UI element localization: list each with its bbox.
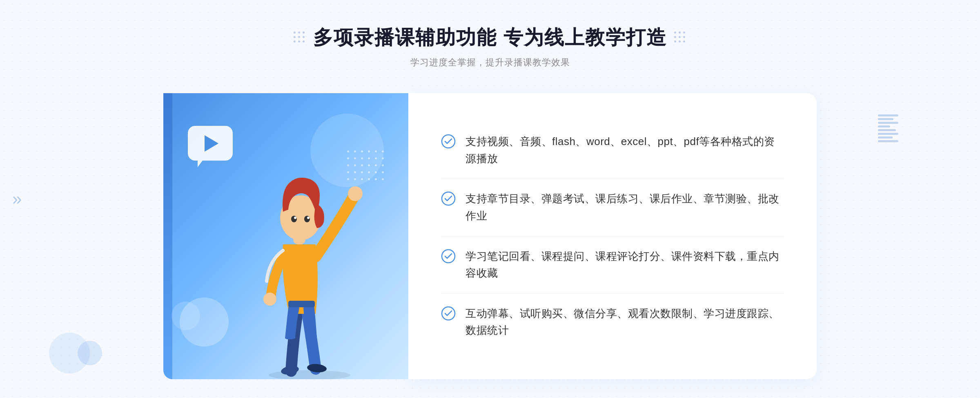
title-row: 多项录播课辅助功能 专为线上教学打造 (294, 25, 686, 51)
main-title: 多项录播课辅助功能 专为线上教学打造 (313, 25, 666, 51)
svg-point-9 (294, 217, 296, 219)
play-icon (205, 135, 218, 152)
feature-item-1: 支持视频、音频、flash、word、excel、ppt、pdf等各种格式的资源… (441, 122, 784, 179)
feature-text-2: 支持章节目录、弹题考试、课后练习、课后作业、章节测验、批改作业 (466, 190, 784, 224)
play-bubble (188, 126, 237, 167)
illustration-area (163, 93, 408, 379)
feature-item-2: 支持章节目录、弹题考试、课后练习、课后作业、章节测验、批改作业 (441, 179, 784, 236)
svg-point-10 (307, 217, 310, 219)
feature-text-4: 互动弹幕、试听购买、微信分享、观看次数限制、学习进度跟踪、数据统计 (466, 305, 784, 339)
svg-rect-11 (288, 301, 315, 307)
chevron-icon: » (12, 189, 22, 209)
blue-accent-bar (163, 93, 172, 379)
svg-point-7 (291, 216, 297, 222)
bottom-circle-small (78, 341, 102, 365)
svg-point-15 (442, 307, 455, 320)
feature-item-4: 互动弹幕、试听购买、微信分享、观看次数限制、学习进度跟踪、数据统计 (441, 294, 784, 351)
features-area: 支持视频、音频、flash、word、excel、ppt、pdf等各种格式的资源… (408, 93, 817, 379)
svg-point-4 (263, 293, 276, 306)
check-icon-1 (441, 134, 456, 149)
page-container: 多项录播课辅助功能 专为线上教学打造 学习进度全掌握，提升录播课教学效果 (0, 0, 980, 398)
light-beam (310, 114, 384, 187)
illus-circle-small (172, 302, 200, 330)
feature-item-3: 学习笔记回看、课程提问、课程评论打分、课件资料下载，重点内容收藏 (441, 237, 784, 294)
content-section: 支持视频、音频、flash、word、excel、ppt、pdf等各种格式的资源… (163, 93, 817, 379)
left-title-dots (294, 31, 306, 44)
svg-point-8 (304, 216, 310, 222)
left-chevron-decoration: » (12, 189, 22, 209)
feature-text-3: 学习笔记回看、课程提问、课程评论打分、课件资料下载，重点内容收藏 (466, 248, 784, 282)
subtitle: 学习进度全掌握，提升录播课教学效果 (294, 56, 686, 69)
check-icon-2 (441, 191, 456, 206)
play-bubble-shape (188, 126, 233, 161)
svg-point-13 (442, 192, 455, 205)
stripe-decoration (878, 114, 898, 155)
check-icon-3 (441, 249, 456, 264)
svg-point-14 (442, 250, 455, 263)
svg-point-3 (348, 186, 363, 201)
svg-point-0 (269, 370, 350, 379)
feature-text-1: 支持视频、音频、flash、word、excel、ppt、pdf等各种格式的资源… (466, 133, 784, 167)
header-section: 多项录播课辅助功能 专为线上教学打造 学习进度全掌握，提升录播课教学效果 (294, 25, 686, 69)
svg-point-12 (442, 135, 455, 148)
check-icon-4 (441, 306, 456, 321)
right-title-dots (674, 31, 686, 44)
